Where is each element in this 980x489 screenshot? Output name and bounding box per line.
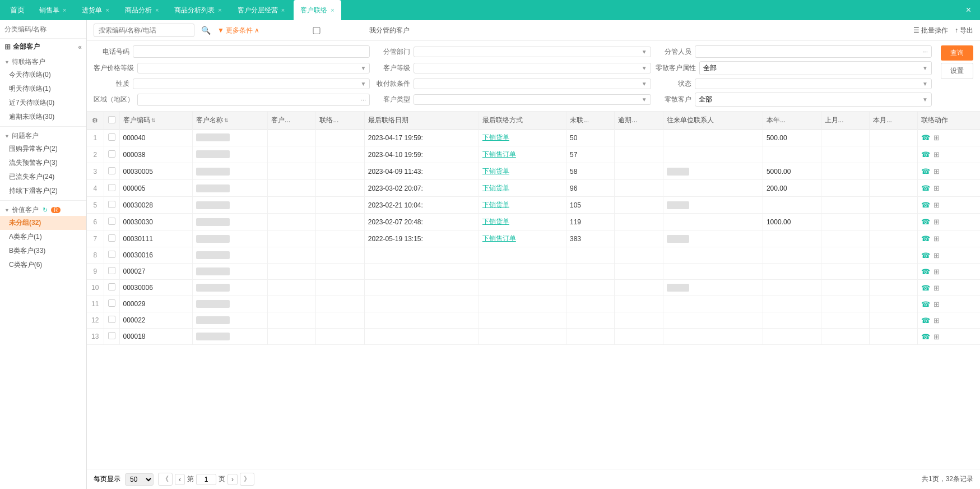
- name-sort-icon[interactable]: ⇅: [224, 118, 229, 123]
- row-checkbox-5[interactable]: [108, 201, 115, 208]
- nav-tab-analysis-list[interactable]: 商品分析列表 ×: [168, 0, 228, 20]
- close-purchase-icon[interactable]: ×: [105, 7, 109, 13]
- grid-action-icon[interactable]: ⊞: [933, 133, 940, 142]
- row-checkbox-12[interactable]: [108, 316, 115, 323]
- sidebar-item-class-b[interactable]: B类客户(33): [0, 244, 86, 258]
- row-method-link-4[interactable]: 下销货单: [482, 184, 509, 192]
- call-icon[interactable]: ☎: [921, 316, 930, 325]
- call-icon[interactable]: ☎: [921, 133, 930, 142]
- row-method-link-6[interactable]: 下销货单: [482, 218, 509, 225]
- close-analysis-icon[interactable]: ×: [155, 7, 159, 13]
- first-page-button[interactable]: 《: [158, 473, 173, 486]
- header-checkbox[interactable]: [108, 116, 115, 123]
- row-method-link-5[interactable]: 下销货单: [482, 201, 509, 209]
- row-checkbox-11[interactable]: [108, 299, 115, 307]
- grid-action-icon[interactable]: ⊞: [933, 184, 940, 192]
- call-icon[interactable]: ☎: [921, 167, 930, 176]
- grid-action-icon[interactable]: ⊞: [933, 218, 940, 226]
- group-value-customers[interactable]: ▼ 价值客户 ↻ R: [0, 203, 86, 216]
- code-sort-icon[interactable]: ⇅: [151, 118, 156, 123]
- call-icon[interactable]: ☎: [921, 284, 930, 292]
- group-problem-customers[interactable]: ▼ 问题客户: [0, 129, 86, 142]
- nav-tab-purchase[interactable]: 进货单 ×: [75, 0, 115, 20]
- row-checkbox-3[interactable]: [108, 167, 115, 174]
- gender-select[interactable]: ▼: [133, 79, 370, 89]
- sidebar-item-hoarding-abnormal[interactable]: 囤购异常客户(2): [0, 142, 86, 156]
- grid-action-icon[interactable]: ⊞: [933, 167, 940, 176]
- next-page-button[interactable]: ›: [227, 474, 238, 485]
- sidebar-item-churn-warning[interactable]: 流失预警客户(3): [0, 156, 86, 170]
- call-icon[interactable]: ☎: [921, 333, 930, 341]
- nav-home[interactable]: 首页: [4, 5, 30, 15]
- call-icon[interactable]: ☎: [921, 201, 930, 209]
- phone-input[interactable]: [133, 45, 370, 58]
- row-checkbox-7[interactable]: [108, 234, 115, 242]
- retail-attr-select[interactable]: 全部 ▼: [699, 61, 932, 75]
- row-checkbox-1[interactable]: [108, 133, 115, 141]
- row-method-link-7[interactable]: 下销售订单: [482, 234, 516, 242]
- row-checkbox-8[interactable]: [108, 251, 115, 258]
- call-icon[interactable]: ☎: [921, 234, 930, 243]
- price-level-select[interactable]: ▼: [137, 63, 370, 73]
- sidebar-item-ungroup[interactable]: 未分组(32): [0, 216, 86, 230]
- dept-select[interactable]: ▼: [414, 47, 651, 57]
- last-page-button[interactable]: 》: [240, 473, 254, 486]
- customer-level-select[interactable]: ▼: [414, 63, 651, 73]
- row-checkbox-2[interactable]: [108, 150, 115, 158]
- row-checkbox-10[interactable]: [108, 283, 115, 290]
- all-customers-header[interactable]: ⊞ 全部客户 «: [0, 39, 86, 55]
- nav-tab-sales[interactable]: 销售单 ×: [32, 0, 73, 20]
- close-all-button[interactable]: ×: [962, 5, 976, 15]
- close-customer-contact-icon[interactable]: ×: [331, 7, 334, 13]
- payment-select[interactable]: ▼: [414, 79, 651, 89]
- grid-action-icon[interactable]: ⊞: [933, 251, 940, 260]
- retail-customer-select[interactable]: 全部 ▼: [695, 93, 932, 107]
- refresh-icon[interactable]: ↻: [43, 206, 48, 214]
- row-checkbox-9[interactable]: [108, 267, 115, 274]
- current-page-input[interactable]: [196, 474, 216, 485]
- filter-search-icon[interactable]: 🔍: [201, 26, 211, 35]
- nav-tab-customer-contact[interactable]: 客户联络 ×: [294, 0, 341, 20]
- more-conditions-button[interactable]: ▼ 更多条件 ∧: [217, 26, 259, 35]
- row-method-link-3[interactable]: 下销货单: [482, 167, 509, 175]
- status-select[interactable]: ▼: [695, 79, 932, 89]
- call-icon[interactable]: ☎: [921, 218, 930, 226]
- nav-tab-analysis[interactable]: 商品分析 ×: [118, 0, 165, 20]
- sidebar-item-churned[interactable]: 已流失客户(24): [0, 170, 86, 184]
- call-icon[interactable]: ☎: [921, 300, 930, 308]
- grid-action-icon[interactable]: ⊞: [933, 150, 940, 159]
- sidebar-item-tomorrow-pending[interactable]: 明天待联络(1): [0, 82, 86, 96]
- grid-action-icon[interactable]: ⊞: [933, 201, 940, 209]
- region-select[interactable]: ···: [137, 94, 370, 106]
- sidebar-search-input[interactable]: [4, 25, 87, 33]
- row-checkbox-6[interactable]: [108, 218, 115, 225]
- sidebar-item-class-a[interactable]: A类客户(1): [0, 230, 86, 244]
- close-customer-tier-icon[interactable]: ×: [281, 7, 285, 13]
- call-icon[interactable]: ☎: [921, 150, 930, 159]
- grid-action-icon[interactable]: ⊞: [933, 267, 940, 276]
- row-checkbox-13[interactable]: [108, 332, 115, 339]
- close-sales-icon[interactable]: ×: [63, 7, 66, 13]
- th-setting[interactable]: ⚙: [87, 112, 104, 130]
- close-analysis-list-icon[interactable]: ×: [218, 7, 221, 13]
- my-customers-checkbox-label[interactable]: 我分管的客户: [266, 26, 410, 35]
- collapse-icon[interactable]: «: [78, 43, 82, 51]
- row-method-link-2[interactable]: 下销售订单: [482, 150, 516, 158]
- prev-page-button[interactable]: ‹: [175, 474, 185, 485]
- grid-action-icon[interactable]: ⊞: [933, 300, 940, 308]
- call-icon[interactable]: ☎: [921, 267, 930, 276]
- export-button[interactable]: ↑ 导出: [955, 26, 973, 35]
- my-customers-checkbox[interactable]: [266, 27, 367, 34]
- call-icon[interactable]: ☎: [921, 251, 930, 260]
- row-method-link-1[interactable]: 下销货单: [482, 133, 509, 141]
- grid-action-icon[interactable]: ⊞: [933, 284, 940, 292]
- search-input[interactable]: [94, 24, 194, 37]
- sidebar-item-today-pending[interactable]: 今天待联络(0): [0, 68, 86, 82]
- grid-action-icon[interactable]: ⊞: [933, 316, 940, 325]
- manager-select[interactable]: ···: [695, 45, 932, 58]
- sidebar-item-class-c[interactable]: C类客户(6): [0, 258, 86, 272]
- group-pending-contact[interactable]: ▼ 待联络客户: [0, 55, 86, 68]
- row-checkbox-4[interactable]: [108, 184, 115, 191]
- call-icon[interactable]: ☎: [921, 184, 930, 192]
- page-size-select[interactable]: 50 20 100: [125, 473, 154, 486]
